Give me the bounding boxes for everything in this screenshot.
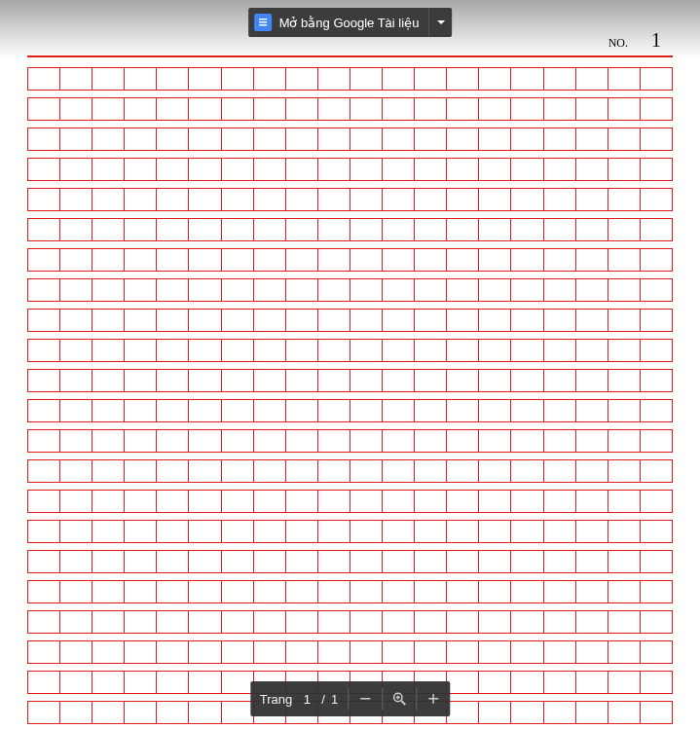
grid-cell bbox=[253, 611, 285, 633]
grid-cell bbox=[124, 641, 156, 663]
grid-cell bbox=[59, 219, 92, 240]
grid-cell bbox=[510, 400, 542, 421]
grid-cell bbox=[188, 672, 220, 693]
grid-cell bbox=[59, 460, 92, 482]
grid-cell bbox=[59, 68, 92, 90]
grid-cell bbox=[478, 98, 510, 120]
grid-cell bbox=[92, 159, 124, 180]
grid-cell bbox=[27, 310, 59, 331]
grid-cell bbox=[188, 521, 220, 542]
grid-cell bbox=[608, 189, 640, 210]
grid-cell bbox=[350, 611, 382, 633]
svg-rect-3 bbox=[360, 698, 370, 700]
grid-cell bbox=[124, 581, 156, 602]
grid-cell bbox=[188, 249, 220, 271]
grid-row bbox=[27, 278, 673, 302]
zoom-in-button[interactable] bbox=[417, 681, 450, 716]
grid-cell bbox=[414, 159, 446, 180]
grid-cell bbox=[124, 249, 156, 271]
grid-cell bbox=[27, 219, 59, 240]
grid-cell bbox=[575, 98, 608, 120]
open-with-dropdown-button[interactable] bbox=[428, 8, 452, 37]
grid-cell bbox=[608, 460, 640, 482]
grid-row bbox=[27, 339, 673, 362]
grid-cell bbox=[27, 581, 59, 602]
grid-cell bbox=[124, 400, 156, 421]
grid-cell bbox=[253, 581, 285, 602]
grid-cell bbox=[59, 430, 92, 452]
grid-cell bbox=[59, 98, 92, 120]
grid-cell bbox=[575, 521, 608, 542]
grid-cell bbox=[92, 491, 124, 512]
grid-cell bbox=[478, 460, 510, 482]
grid-cell bbox=[640, 159, 673, 180]
grid-cell bbox=[124, 672, 156, 693]
grid-cell bbox=[414, 98, 446, 120]
zoom-reset-button[interactable] bbox=[383, 681, 416, 716]
grid-cell bbox=[414, 460, 446, 482]
grid-cell bbox=[575, 340, 608, 361]
grid-cell bbox=[92, 611, 124, 633]
grid-cell bbox=[27, 521, 59, 542]
grid-cell bbox=[188, 611, 220, 633]
svg-rect-9 bbox=[432, 694, 434, 704]
grid-cell bbox=[253, 219, 285, 240]
grid-cell bbox=[285, 128, 317, 150]
grid-cell bbox=[640, 279, 673, 301]
grid-cell bbox=[59, 249, 92, 271]
grid-cell bbox=[414, 128, 446, 150]
grid-cell bbox=[575, 581, 608, 602]
grid-cell bbox=[92, 641, 124, 663]
grid-cell bbox=[478, 68, 510, 90]
grid-cell bbox=[478, 400, 510, 421]
grid-cell bbox=[188, 551, 220, 572]
grid-cell bbox=[221, 159, 253, 180]
grid-cell bbox=[156, 521, 188, 542]
grid-cell bbox=[640, 249, 673, 271]
zoom-out-button[interactable] bbox=[349, 681, 382, 716]
grid-cell bbox=[608, 611, 640, 633]
grid-cell bbox=[608, 68, 640, 90]
grid-cell bbox=[317, 400, 350, 421]
grid-cell bbox=[156, 68, 188, 90]
grid-cell bbox=[608, 310, 640, 331]
grid-cell bbox=[350, 340, 382, 361]
grid-cell bbox=[510, 219, 542, 240]
grid-cell bbox=[59, 521, 92, 542]
grid-cell bbox=[543, 581, 575, 602]
grid-cell bbox=[188, 400, 220, 421]
grid-cell bbox=[27, 370, 59, 391]
grid-cell bbox=[317, 279, 350, 301]
grid-row bbox=[27, 610, 673, 634]
grid-cell bbox=[27, 672, 59, 693]
grid-cell bbox=[221, 249, 253, 271]
grid-row bbox=[27, 490, 673, 513]
grid-cell bbox=[59, 279, 92, 301]
grid-cell bbox=[124, 340, 156, 361]
grid-cell bbox=[92, 430, 124, 452]
grid-cell bbox=[285, 279, 317, 301]
grid-cell bbox=[414, 310, 446, 331]
page-current-input[interactable]: 1 bbox=[298, 692, 315, 707]
grid-cell bbox=[27, 551, 59, 572]
grid-cell bbox=[350, 491, 382, 512]
writing-grid bbox=[0, 57, 700, 730]
svg-rect-2 bbox=[259, 24, 267, 26]
grid-cell bbox=[510, 611, 542, 633]
grid-cell bbox=[575, 310, 608, 331]
grid-cell bbox=[382, 279, 414, 301]
grid-cell bbox=[27, 98, 59, 120]
grid-cell bbox=[510, 551, 542, 572]
grid-cell bbox=[253, 370, 285, 391]
open-with-label: Mở bằng Google Tài liệu bbox=[279, 16, 420, 30]
grid-row bbox=[27, 248, 673, 272]
grid-cell bbox=[221, 219, 253, 240]
grid-cell bbox=[414, 491, 446, 512]
grid-cell bbox=[188, 340, 220, 361]
grid-cell bbox=[59, 189, 92, 210]
grid-cell bbox=[478, 370, 510, 391]
grid-cell bbox=[188, 460, 220, 482]
open-with-google-docs-button[interactable]: Mở bằng Google Tài liệu bbox=[248, 8, 429, 37]
grid-cell bbox=[575, 189, 608, 210]
grid-cell bbox=[446, 641, 478, 663]
